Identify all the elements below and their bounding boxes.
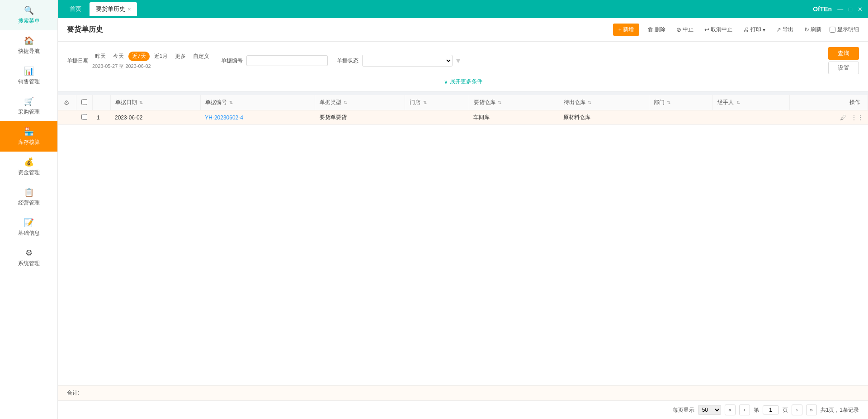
summary-label: 合计:: [67, 389, 79, 397]
content-area: 要货单历史 + 新增 🗑 删除 ⊘ 中止 ↩ 取消中止 🖨 打印: [58, 18, 868, 419]
delete-button[interactable]: 🗑 删除: [645, 24, 668, 35]
window-minimize-button[interactable]: —: [837, 6, 843, 13]
sidebar-item-inventory[interactable]: 🏪 库存核算: [0, 121, 57, 152]
row-doc-date-cell: 2023-06-02: [110, 110, 200, 125]
total-info: 共1页，1条记录: [821, 406, 859, 414]
select-all-checkbox[interactable]: [81, 99, 87, 105]
inventory-icon: 🏪: [24, 127, 34, 137]
window-close-button[interactable]: ✕: [858, 6, 863, 13]
table-area: ⚙ 单据日期 ⇅ 单据编号 ⇅: [58, 95, 868, 400]
shortcut-7days[interactable]: 近7天: [128, 52, 150, 61]
print-button[interactable]: 🖨 打印 ▾: [741, 24, 768, 35]
main-content: 首页 要货单历史 × OfTEn — □ ✕ 要货单历史 + 新增 🗑 删除: [58, 0, 868, 419]
sort-doc-type-icon: ⇅: [344, 100, 347, 105]
col-header-department[interactable]: 部门 ⇅: [649, 95, 713, 110]
row-doc-no-cell[interactable]: YH-20230602-4: [200, 110, 315, 125]
doc-no-input[interactable]: [246, 55, 328, 66]
cancel-stop-button[interactable]: ↩ 取消中止: [702, 24, 735, 35]
settings-button[interactable]: 设置: [828, 62, 859, 74]
next-page-button[interactable]: ›: [792, 405, 802, 415]
topbar-right: OfTEn — □ ✕: [813, 5, 863, 13]
date-shortcuts: 昨天 今天 近7天 近1月 更多 自定义: [92, 52, 212, 61]
col-header-handler[interactable]: 经手人 ⇅: [713, 95, 790, 110]
filter-area: 单据日期 昨天 今天 近7天 近1月 更多 自定义 2023-05-27 至 2…: [58, 42, 868, 91]
last-page-button[interactable]: »: [806, 405, 817, 415]
filter-row: 单据日期 昨天 今天 近7天 近1月 更多 自定义 2023-05-27 至 2…: [67, 47, 859, 74]
toolbar: + 新增 🗑 删除 ⊘ 中止 ↩ 取消中止 🖨 打印 ▾: [613, 24, 859, 36]
sidebar-item-operations[interactable]: 📋 经营管理: [0, 182, 57, 212]
sort-pending-warehouse-icon: ⇅: [588, 100, 591, 105]
page-number-input[interactable]: [763, 405, 779, 414]
basicinfo-icon: 📝: [24, 218, 34, 228]
status-select-wrap: [362, 55, 453, 67]
page-title: 要货单历史: [67, 25, 103, 34]
expand-more-button[interactable]: ∨ 展开更多条件: [67, 78, 859, 86]
export-button[interactable]: ↗ 导出: [774, 24, 796, 35]
cancel-stop-icon: ↩: [704, 26, 709, 33]
col-header-doc-no[interactable]: 单据编号 ⇅: [200, 95, 315, 110]
window-maximize-button[interactable]: □: [849, 6, 852, 13]
sidebar-item-quicknav[interactable]: 🏠 快捷导航: [0, 30, 57, 61]
app-logo: OfTEn: [813, 5, 832, 13]
col-header-doc-date[interactable]: 单据日期 ⇅: [110, 95, 200, 110]
shortcut-custom[interactable]: 自定义: [190, 52, 212, 61]
delete-icon: 🗑: [647, 26, 653, 33]
date-range-display: 2023-05-27 至 2023-06-02: [92, 63, 212, 70]
export-icon: ↗: [776, 26, 781, 33]
row-edit-icon[interactable]: 🖊: [840, 114, 846, 121]
row-store-cell: [405, 110, 469, 125]
prev-page-button[interactable]: ‹: [739, 405, 750, 415]
display-detail-input[interactable]: [830, 27, 835, 33]
query-button[interactable]: 查询: [828, 47, 859, 60]
table-row: 1 2023-06-02 YH-20230602-4 要货单要货 车间库 原材料…: [58, 110, 868, 125]
row-checkbox[interactable]: [81, 114, 87, 120]
status-select[interactable]: [363, 55, 452, 66]
row-num-cell: 1: [92, 110, 110, 125]
row-handler-cell: [713, 110, 790, 125]
col-header-setting[interactable]: ⚙: [58, 95, 76, 110]
sort-doc-no-icon: ⇅: [229, 100, 233, 105]
stop-icon: ⊘: [676, 26, 681, 33]
refresh-button[interactable]: ↻ 刷新: [802, 24, 824, 35]
sort-store-icon: ⇅: [423, 100, 427, 105]
col-header-pending-warehouse[interactable]: 待出仓库 ⇅: [559, 95, 649, 110]
per-page-select[interactable]: 20 50 100 200: [698, 405, 721, 415]
row-department-cell: [649, 110, 713, 125]
col-header-num: [92, 95, 110, 110]
first-page-button[interactable]: «: [725, 405, 736, 415]
row-pending-warehouse-cell: 原材料仓库: [559, 110, 649, 125]
stop-button[interactable]: ⊘ 中止: [674, 24, 696, 35]
date-filter-group: 单据日期 昨天 今天 近7天 近1月 更多 自定义 2023-05-27 至 2…: [67, 52, 212, 70]
col-header-checkbox[interactable]: [76, 95, 92, 110]
sidebar-item-finance[interactable]: 💰 资金管理: [0, 152, 57, 182]
sidebar-item-basicinfo[interactable]: 📝 基础信息: [0, 212, 57, 243]
doc-no-link[interactable]: YH-20230602-4: [205, 114, 243, 121]
new-button[interactable]: + 新增: [613, 24, 639, 36]
row-more-icon[interactable]: ⋮⋮: [851, 114, 863, 121]
shortcut-yesterday[interactable]: 昨天: [92, 52, 108, 61]
col-header-req-warehouse[interactable]: 要货仓库 ⇅: [469, 95, 559, 110]
doc-no-label: 单据编号: [221, 57, 243, 65]
main-table: ⚙ 单据日期 ⇅ 单据编号 ⇅: [58, 95, 868, 125]
sort-req-warehouse-icon: ⇅: [498, 100, 501, 105]
shortcut-more[interactable]: 更多: [172, 52, 189, 61]
sidebar-item-sales[interactable]: 📊 销售管理: [0, 61, 57, 91]
col-header-doc-type[interactable]: 单据类型 ⇅: [315, 95, 405, 110]
row-setting-cell: [58, 110, 76, 125]
page-header: 要货单历史 + 新增 🗑 删除 ⊘ 中止 ↩ 取消中止 🖨 打印: [58, 18, 868, 42]
tab-home[interactable]: 首页: [63, 2, 88, 16]
finance-icon: 💰: [24, 157, 34, 167]
sidebar-item-search[interactable]: 🔍 搜索菜单: [0, 0, 57, 30]
tab-close-button[interactable]: ×: [128, 6, 131, 12]
tab-active[interactable]: 要货单历史 ×: [90, 2, 137, 16]
display-detail-checkbox[interactable]: 显示明细: [830, 26, 859, 33]
col-header-store[interactable]: 门店 ⇅: [405, 95, 469, 110]
shortcut-today[interactable]: 今天: [110, 52, 127, 61]
filter-actions: 查询 设置: [828, 47, 859, 74]
sidebar-item-purchase[interactable]: 🛒 采购管理: [0, 91, 57, 121]
sidebar: 🔍 搜索菜单 🏠 快捷导航 📊 销售管理 🛒 采购管理 🏪 库存核算 💰 资金管…: [0, 0, 58, 419]
shortcut-1month[interactable]: 近1月: [151, 52, 171, 61]
sidebar-item-system[interactable]: ⚙ 系统管理: [0, 243, 57, 273]
row-checkbox-cell[interactable]: [76, 110, 92, 125]
topbar: 首页 要货单历史 × OfTEn — □ ✕: [58, 0, 868, 18]
